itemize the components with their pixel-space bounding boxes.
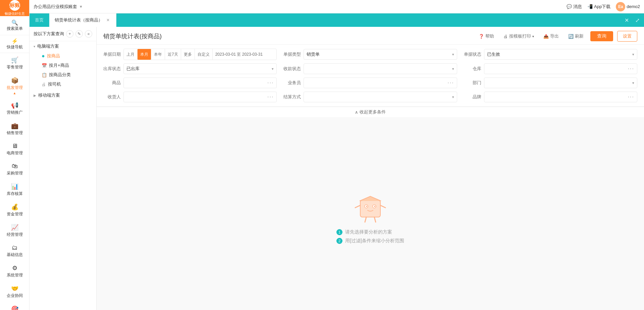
- settlement-select[interactable]: ▾: [304, 92, 457, 102]
- date-tab-7days[interactable]: 近7天: [165, 49, 181, 60]
- tree-item-by-month-product[interactable]: 📅 按月+商品: [38, 61, 96, 70]
- product-label: 商品: [103, 80, 121, 86]
- sidebar-item-finance[interactable]: 💰 资金管理: [0, 200, 29, 220]
- product-select[interactable]: ···: [123, 78, 277, 88]
- collapse-more-btn[interactable]: ∧ 收起更多条件: [355, 109, 386, 115]
- query-btn[interactable]: 查询: [590, 31, 613, 41]
- export-btn[interactable]: 📤 导出: [541, 32, 561, 41]
- tree-item-by-product[interactable]: ● 按商品: [38, 51, 96, 61]
- by-month-product-label: 按月+商品: [49, 62, 69, 68]
- salesman-select[interactable]: ···: [304, 78, 457, 88]
- help-btn[interactable]: ❓ 帮助: [476, 32, 497, 41]
- sidebar-item-operation[interactable]: 📈 经营管理: [0, 220, 29, 241]
- filter-date-item: 单据日期 上月 本月 本年 近7天 更多 自定义 2023-03-01 至 20…: [103, 49, 277, 60]
- mobile-scheme-group: ▶ 移动端方案: [30, 90, 96, 100]
- date-tab-this-month[interactable]: 本月: [138, 49, 151, 60]
- export-icon: 📤: [543, 34, 549, 39]
- brand-dots-icon: ···: [628, 94, 634, 100]
- doc-status-select[interactable]: 已生效 ▾: [484, 49, 637, 60]
- sidebar-item-retail[interactable]: 🛒 零售管理: [0, 53, 29, 73]
- sidebar-item-basic[interactable]: 🗂 基础信息: [0, 241, 29, 261]
- sidebar-quick-nav[interactable]: ⚡ 快捷导航: [0, 35, 29, 53]
- warehouse-select[interactable]: ···: [484, 63, 637, 74]
- filter-out-status-item: 出库状态 已出库 ▾: [103, 63, 277, 74]
- tree-item-pc[interactable]: ▾ 电脑端方案: [30, 41, 96, 51]
- warehouse-label: 仓库: [464, 66, 481, 72]
- tab-home[interactable]: 首页: [30, 13, 49, 27]
- by-printer-label: 按司机: [48, 81, 61, 87]
- tip-num-2: 2: [336, 238, 342, 244]
- svg-line-6: [380, 205, 385, 208]
- doc-type-select[interactable]: 销货单 ▾: [304, 49, 457, 60]
- empty-tip-2: 2 用[过滤]条件来缩小分析范围: [336, 238, 404, 244]
- filter-salesman-item: 业务员 ···: [283, 78, 457, 88]
- avatar: Ea: [616, 2, 625, 11]
- consignee-select[interactable]: ···: [123, 92, 277, 102]
- topbar-left: 办公用品行业模拟账套 ▾: [34, 4, 82, 10]
- mobile-label: 移动端方案: [38, 92, 60, 98]
- user-profile-btn[interactable]: Ea demo2: [616, 2, 640, 11]
- sidebar-item-purchase[interactable]: 🛍 采购管理: [0, 159, 29, 179]
- sidebar-item-sales[interactable]: 💼 销售管理: [0, 119, 29, 139]
- date-tab-this-year[interactable]: 本年: [151, 49, 165, 60]
- left-panel-header: 按以下方案查询 + ✎ «: [30, 27, 96, 41]
- doc-status-chevron-icon: ▾: [632, 52, 634, 57]
- filter-product-item: 商品 ···: [103, 78, 277, 88]
- sidebar-search[interactable]: 🔍 搜索菜单: [0, 16, 29, 35]
- sidebar-item-wholesale[interactable]: 📦 批发管理 ▲: [0, 73, 29, 98]
- industry-dropdown-icon[interactable]: ▾: [80, 4, 82, 9]
- collapse-panel-btn[interactable]: «: [85, 30, 92, 38]
- mobile-arrow-icon: ▶: [34, 94, 36, 97]
- empty-tips: 1 请先选择要分析的方案 2 用[过滤]条件来缩小分析范围: [336, 229, 404, 244]
- main-area: 办公用品行业模拟账套 ▾ 💬 消息 📲 App下载 Ea demo2 首页 销货…: [30, 0, 644, 310]
- tree-item-mobile[interactable]: ▶ 移动端方案: [30, 90, 96, 100]
- corp-icon: 🤝: [11, 285, 18, 292]
- salesman-label: 业务员: [283, 80, 301, 86]
- tab-expand-btn[interactable]: ⤢: [633, 16, 641, 24]
- date-range-value[interactable]: 2023-03-01 至 2023-03-31: [213, 49, 277, 60]
- out-status-select[interactable]: 已出库 ▾: [123, 63, 277, 74]
- date-tab-last-month[interactable]: 上月: [124, 49, 138, 60]
- marketing-icon: 📢: [11, 102, 18, 109]
- app-download-btn[interactable]: 📲 App下载: [587, 4, 610, 10]
- brand-select[interactable]: ···: [484, 92, 637, 102]
- app-logo[interactable]: 标账 畅捷信好生意: [0, 0, 30, 16]
- settings-btn[interactable]: 设置: [617, 31, 637, 42]
- svg-point-4: [374, 206, 375, 207]
- left-panel: 按以下方案查询 + ✎ « ▾ 电脑端方案 ● 按商品: [30, 27, 97, 310]
- tree-item-by-product-category[interactable]: 📋 按商品分类: [38, 70, 96, 80]
- page-header: 销货单统计表(按商品) ❓ 帮助 🖨 按模板打印 ▾ 📤 导出: [97, 27, 644, 45]
- sales-icon: 💼: [11, 122, 18, 130]
- tab-close-window-btn[interactable]: ✕: [623, 16, 631, 24]
- date-label: 单据日期: [103, 51, 121, 57]
- date-tab-more[interactable]: 更多: [181, 49, 195, 60]
- sidebar-item-inventory[interactable]: 📊 库存核算: [0, 179, 29, 200]
- filter-dept-item: 部门 ▾: [464, 78, 637, 88]
- collapse-up-icon: ∧: [355, 110, 358, 115]
- message-btn[interactable]: 💬 消息: [567, 4, 582, 10]
- date-picker[interactable]: 上月 本月 本年 近7天 更多 自定义 2023-03-01 至 2023-03…: [123, 49, 277, 60]
- sidebar-item-marketing[interactable]: 📢 营销推广: [0, 98, 29, 119]
- app-download-icon: 📲: [587, 4, 593, 9]
- tab-close-btn[interactable]: ✕: [105, 17, 111, 23]
- print-template-btn[interactable]: 🖨 按模板打印 ▾: [501, 32, 537, 41]
- tree-item-by-printer[interactable]: 🖨 按司机: [38, 80, 96, 89]
- dept-select[interactable]: ▾: [484, 78, 637, 88]
- filter-warehouse-item: 仓库 ···: [464, 63, 637, 74]
- sidebar-item-corp[interactable]: 🤝 企业协同: [0, 281, 29, 302]
- add-scheme-btn[interactable]: +: [66, 30, 73, 38]
- filter-settlement-item: 结算方式 ▾: [283, 92, 457, 102]
- refresh-btn[interactable]: 🔄 刷新: [566, 32, 586, 41]
- sidebar: 标账 畅捷信好生意 🔍 搜索菜单 ⚡ 快捷导航 🛒 零售管理 📦 批发管理 ▲ …: [0, 0, 30, 310]
- sidebar-item-guide[interactable]: 🎯 新手引导: [0, 302, 29, 310]
- print-dropdown-icon: ▾: [532, 35, 534, 38]
- date-tab-custom[interactable]: 自定义: [195, 49, 212, 60]
- edit-scheme-btn[interactable]: ✎: [75, 30, 83, 38]
- sidebar-item-system[interactable]: ⚙ 系统管理: [0, 261, 29, 281]
- receipt-status-select[interactable]: ▾: [304, 63, 457, 74]
- right-panel: 销货单统计表(按商品) ❓ 帮助 🖨 按模板打印 ▾ 📤 导出: [97, 27, 644, 310]
- topbar-right: 💬 消息 📲 App下载 Ea demo2: [567, 2, 640, 11]
- out-status-label: 出库状态: [103, 66, 121, 72]
- tab-sales-stat[interactable]: 销货单统计表（按商品） ✕: [49, 13, 116, 27]
- sidebar-item-ecom[interactable]: 🖥 电商管理: [0, 139, 29, 159]
